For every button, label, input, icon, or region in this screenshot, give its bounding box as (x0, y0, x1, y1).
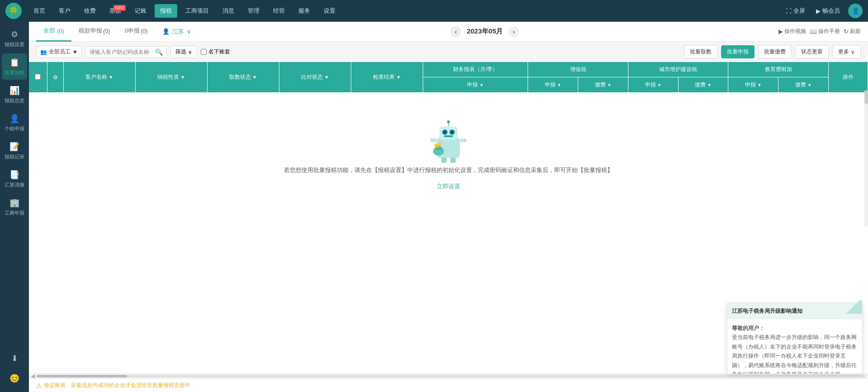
fullscreen-icon: ⛶ (786, 8, 792, 14)
svg-point-15 (437, 145, 439, 148)
sidebar-item-huisuanqingsi[interactable]: 📑 汇算清缴 (2, 166, 27, 192)
table-header-comparestatus: 比对状态 ▼ (279, 62, 351, 92)
select-all-checkbox[interactable] (35, 74, 41, 80)
user-avatar[interactable]: 👤 (848, 4, 863, 18)
nav-item-guanli[interactable]: 管理 (242, 4, 265, 18)
bottom-bar: ⚠ 验证账密、采集信息均成功的企业才会流转至批量报税页面中 (29, 378, 868, 392)
setup-link[interactable]: 立即设置 (437, 182, 460, 191)
sidebar-item-baoshuishezhi[interactable]: ⚙ 报税设置 (2, 25, 27, 52)
fullscreen-button[interactable]: ⛶ 全屏 (783, 5, 808, 17)
filter-button[interactable]: 筛选 ∨ (170, 46, 197, 58)
search-input-wrap[interactable]: 🔍 (85, 46, 167, 58)
toolbar-right-actions: ▶ 操作视频 📖 操作手册 ↻ 刷新 (778, 28, 861, 35)
sidebar-item-geshuishenb[interactable]: 👤 个税申报 (2, 110, 27, 136)
table-header-checkbox[interactable] (29, 62, 47, 92)
fetchstatus-sort-icon[interactable]: ▼ (252, 75, 257, 80)
tab-all[interactable]: 全部(0) (36, 22, 71, 42)
download-icon[interactable]: ⬇ (6, 350, 23, 367)
vertical-scrollbar[interactable] (864, 91, 868, 226)
subaccount-checkbox[interactable] (201, 49, 207, 55)
filter-left: 👥 全部员工 ▼ 🔍 筛选 ∨ 名下账套 (36, 46, 230, 58)
svg-rect-9 (430, 139, 437, 142)
batch-submit-button[interactable]: 批量申报 (721, 45, 755, 58)
date-next-button[interactable]: › (508, 26, 519, 37)
nav-item-home[interactable]: 首页 (28, 4, 51, 18)
video-tutorial-button[interactable]: ▶ 操作视频 (778, 28, 806, 35)
sidebar-item-baoshuilu[interactable]: 📝 报税记录 (2, 138, 27, 164)
nav-item-gongshang[interactable]: 工商项目 (180, 4, 214, 18)
more-arrow-icon: ∨ (851, 49, 855, 55)
sidebar-item-piliangshuibao[interactable]: 📋 批量报税 (2, 53, 27, 80)
warning-icon: ⚠ (36, 382, 42, 389)
more-button[interactable]: 更多 ∨ (832, 45, 861, 58)
filter-arrow-icon: ∨ (188, 49, 192, 55)
nav-item-shezhi[interactable]: 设置 (318, 4, 341, 18)
vertical-scroll-thumb[interactable] (864, 91, 868, 104)
user-icon[interactable]: 😊 (6, 370, 23, 387)
member-button[interactable]: ▶ 畅会员 (813, 5, 843, 17)
table-header-gear[interactable]: ⚙ (47, 62, 63, 92)
table-subheader-edu-pay: 缴费 ▼ (778, 77, 829, 93)
tab-zero-submit[interactable]: 0申报(0) (118, 22, 155, 42)
table-subheader-city-pay: 缴费 ▼ (678, 77, 728, 93)
nav-item-fuwu[interactable]: 服务 (293, 4, 316, 18)
subaccount-checkbox-label[interactable]: 名下账套 (201, 48, 230, 56)
customer-sort-icon[interactable]: ▼ (108, 75, 113, 80)
piaoju-badge: NEW (113, 5, 126, 11)
region-icon: 👤 (162, 28, 170, 35)
refresh-button[interactable]: ↻ 刷新 (844, 28, 861, 35)
empty-state-message: 若您想使用批量报税功能，请先在【报税设置】中进行报税的初始化设置，完成密码验证和… (284, 165, 613, 175)
h-scroll-track (37, 375, 866, 378)
employee-selector[interactable]: 👥 全部员工 ▼ (36, 46, 82, 58)
svg-rect-8 (444, 135, 453, 137)
svg-rect-17 (450, 158, 456, 163)
table-subheader-city-submit: 申报 ▼ (628, 77, 678, 93)
nav-item-shoufe[interactable]: 收费 (79, 4, 101, 18)
date-prev-button[interactable]: ‹ (450, 26, 461, 37)
table-header-fetchstatus: 取数状态 ▼ (207, 62, 279, 92)
nav-item-jiz hang[interactable]: 记账 (129, 4, 152, 18)
table-header-edufee: 教育费附加 (728, 62, 828, 77)
svg-point-5 (451, 131, 453, 134)
table-header-vat: 增值税 (528, 62, 628, 77)
batch-tax-icon: 📋 (9, 57, 20, 68)
checkresult-sort-icon[interactable]: ▼ (396, 75, 401, 80)
region-selector[interactable]: 👤 江苏 ∨ (162, 28, 191, 36)
nav-item-piaoju[interactable]: 票据 NEW (104, 4, 127, 18)
empty-state: 若您想使用批量报税功能，请先在【报税设置】中进行报税的初始化设置，完成密码验证和… (29, 92, 868, 218)
search-input[interactable] (90, 49, 155, 55)
personal-tax-icon: 👤 (9, 113, 20, 124)
manual-button[interactable]: 📖 操作手册 (810, 28, 840, 35)
video-icon: ▶ (778, 28, 783, 35)
tab-taxsubmit[interactable]: 税款申报(0) (71, 22, 118, 42)
nav-item-baoshui[interactable]: 报税 (155, 4, 177, 18)
notification-body: 尊敬的用户： 受当前电子税务局进一步升级的影响，同一个政务网账号（办税人）名下的… (727, 319, 862, 373)
member-icon: ▶ (816, 8, 821, 14)
table-header-taxnature: 纳税性质 ▼ (135, 62, 207, 92)
table-subheader-edu-submit: 申报 ▼ (728, 77, 778, 93)
search-icon[interactable]: 🔍 (155, 48, 163, 56)
nav-item-xiaoxi[interactable]: 消息 (217, 4, 240, 18)
nav-item-jingying[interactable]: 经营 (268, 4, 290, 18)
notification-panel: 江苏电子税务局升级影响通知 × 尊敬的用户： 受当前电子税务局进一步升级的影响，… (727, 303, 863, 374)
tabs-bar: 全部(0) 税款申报(0) 0申报(0) 👤 江苏 ∨ ‹ 2023年05月 ›… (29, 22, 868, 42)
table-subheader-financial-submit: 申报 ▼ (423, 77, 528, 93)
employee-icon: 👥 (40, 49, 47, 55)
refresh-icon: ↻ (844, 28, 849, 35)
nav-item-customer[interactable]: 客户 (53, 4, 76, 18)
taxnature-sort-icon[interactable]: ▼ (180, 75, 185, 80)
status-update-button[interactable]: 状态更新 (795, 45, 829, 58)
main-table: ⚙ 客户名称 ▼ 纳税性质 ▼ 取数状态 ▼ 比对状态 (29, 62, 868, 218)
batch-fetch-button[interactable]: 批量取数 (684, 45, 717, 58)
overview-icon: 📊 (9, 85, 20, 96)
comparestatus-sort-icon[interactable]: ▼ (324, 75, 329, 80)
settings-icon: ⚙ (9, 29, 20, 40)
sidebar-item-baoshuizonglan[interactable]: 📊 报税总览 (2, 81, 27, 108)
table-subheader-vat-pay: 缴费 ▼ (578, 77, 628, 93)
h-scroll-thumb[interactable] (37, 375, 127, 378)
sidebar-item-gongshangnianbao[interactable]: 🏢 工商年报 (2, 194, 27, 220)
svg-rect-1 (439, 126, 458, 140)
svg-rect-16 (441, 158, 447, 163)
svg-rect-10 (460, 139, 467, 142)
batch-pay-button[interactable]: 批量缴费 (758, 45, 792, 58)
